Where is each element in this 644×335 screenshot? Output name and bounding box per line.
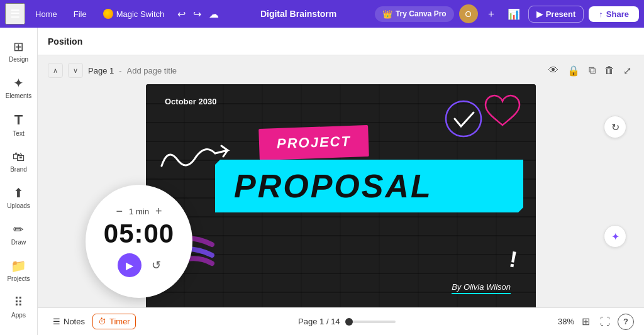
page-controls: ∧ ∨ Page 1 - 👁 🔒 ⧉ 🗑 ⤢ <box>48 63 634 78</box>
magic-orb-icon <box>103 9 113 19</box>
bottom-right-group: 38% ⊞ ⛶ ? <box>558 313 634 330</box>
bottom-center-group: Page 1 / 14 <box>136 317 558 326</box>
redo-button[interactable]: ↪ <box>190 5 204 23</box>
refresh-button[interactable]: ↻ <box>604 116 626 138</box>
share-label: Share <box>606 9 629 19</box>
try-canva-pro-button[interactable]: 👑 Try Canva Pro <box>375 6 454 22</box>
page-slider[interactable] <box>345 321 396 323</box>
add-collaborator-button[interactable]: ＋ <box>483 4 499 24</box>
panel-header: Position <box>38 28 644 55</box>
user-avatar[interactable]: O <box>459 4 478 23</box>
draw-icon: ✏ <box>13 222 24 237</box>
nav-center: Digital Brainstorm <box>226 9 371 19</box>
timer-clock-icon: ⏱ <box>98 317 106 326</box>
panel-title: Position <box>48 36 82 47</box>
magic-plus-button[interactable]: ✦ <box>604 225 626 248</box>
checkmark-decoration <box>445 100 482 138</box>
bottom-bar: ☰ Notes ⏱ Timer Page 1 / 14 38% ⊞ ⛶ ? <box>38 307 644 335</box>
design-label: Design <box>9 56 28 63</box>
lock-button[interactable]: 🔒 <box>565 63 582 78</box>
heart-decoration <box>482 94 523 131</box>
grid-view-button[interactable]: ⊞ <box>579 313 592 330</box>
present-button[interactable]: ▶ Present <box>528 6 584 23</box>
timer-increase-button[interactable]: + <box>155 206 162 217</box>
magic-switch-button[interactable]: Magic Switch <box>97 6 171 21</box>
timer-decrease-button[interactable]: − <box>116 206 123 217</box>
sidebar-item-text[interactable]: T Text <box>3 107 35 142</box>
help-button[interactable]: ? <box>618 314 634 330</box>
sidebar-item-design[interactable]: ⊞ Design <box>3 34 35 68</box>
slide-canvas-wrapper: October 2030 PROJECT PROPOSAL By Olivia … <box>48 84 634 307</box>
project-label-box: PROJECT <box>258 125 369 160</box>
copy-button[interactable]: ⧉ <box>586 63 598 78</box>
eye-button[interactable]: 👁 <box>546 63 561 78</box>
crown-icon: 👑 <box>382 9 392 19</box>
page-title-input[interactable] <box>127 66 233 75</box>
sidebar-item-brand[interactable]: 🛍 Brand <box>3 145 35 178</box>
magic-switch-label: Magic Switch <box>116 9 165 19</box>
left-sidebar: ⊞ Design ✦ Elements T Text 🛍 Brand ⬆ Upl… <box>0 28 38 335</box>
undo-redo-group: ↩ ↪ ☁ <box>174 5 222 23</box>
present-icon: ▶ <box>536 9 543 19</box>
sidebar-item-apps[interactable]: ⠿ Apps <box>3 290 35 324</box>
proposal-label-box: PROPOSAL <box>215 160 523 212</box>
apps-icon: ⠿ <box>14 295 23 310</box>
analytics-button[interactable]: 📊 <box>504 5 523 23</box>
home-button[interactable]: Home <box>29 7 64 21</box>
uploads-icon: ⬆ <box>13 185 24 200</box>
sidebar-item-uploads[interactable]: ⬆ Uploads <box>3 180 35 214</box>
timer-overlay: − 1 min + 05:00 ▶ ↺ <box>86 185 192 298</box>
notes-icon: ☰ <box>53 317 60 326</box>
page-nav-up-button[interactable]: ∧ <box>48 63 63 78</box>
page-info: Page 1 / 14 <box>298 317 340 326</box>
proposal-text: PROPOSAL <box>234 168 433 204</box>
timer-label: Timer <box>109 317 130 326</box>
notes-button[interactable]: ☰ Notes <box>48 314 90 329</box>
content-area: Position ∧ ∨ Page 1 - 👁 🔒 ⧉ 🗑 ⤢ <box>38 28 644 335</box>
timer-buttons: ▶ ↺ <box>118 253 161 277</box>
slide-area: ∧ ∨ Page 1 - 👁 🔒 ⧉ 🗑 ⤢ October 2 <box>38 55 644 307</box>
squiggle-arrow-decoration <box>155 141 231 178</box>
try-canva-label: Try Canva Pro <box>396 9 447 18</box>
page-nav-down-button[interactable]: ∨ <box>68 63 83 78</box>
sidebar-item-elements[interactable]: ✦ Elements <box>3 70 35 104</box>
uploads-label: Uploads <box>7 202 30 209</box>
delete-button[interactable]: 🗑 <box>602 63 617 78</box>
undo-button[interactable]: ↩ <box>174 5 189 23</box>
sidebar-item-projects[interactable]: 📁 Projects <box>3 253 35 287</box>
timer-button[interactable]: ⏱ Timer <box>92 314 136 329</box>
projects-icon: 📁 <box>11 258 26 273</box>
main-layout: ⊞ Design ✦ Elements T Text 🛍 Brand ⬆ Upl… <box>0 28 644 335</box>
project-text: PROJECT <box>277 133 352 151</box>
svg-point-0 <box>446 101 481 136</box>
share-button[interactable]: ↑ Share <box>589 6 639 22</box>
page-separator: - <box>119 66 121 75</box>
author-text: By Olivia Wilson <box>452 282 511 292</box>
timer-controls-top: − 1 min + <box>116 206 162 217</box>
timer-play-button[interactable]: ▶ <box>118 253 142 277</box>
timer-display: 05:00 <box>104 221 174 247</box>
expand-button[interactable]: ⤢ <box>621 63 634 78</box>
elements-icon: ✦ <box>13 75 24 91</box>
design-icon: ⊞ <box>13 39 24 54</box>
file-button[interactable]: File <box>67 7 93 21</box>
hamburger-menu-button[interactable]: ☰ <box>5 3 25 25</box>
timer-reset-button[interactable]: ↺ <box>152 258 161 272</box>
cloud-save-button[interactable]: ☁ <box>206 5 222 23</box>
share-icon: ↑ <box>599 9 603 19</box>
bottom-left-group: ☰ Notes ⏱ Timer <box>48 314 136 329</box>
slide-canvas[interactable]: October 2030 PROJECT PROPOSAL By Olivia … <box>146 84 536 307</box>
slide-date: October 2030 <box>165 97 216 106</box>
fullscreen-button[interactable]: ⛶ <box>597 314 613 330</box>
document-title[interactable]: Digital Brainstorm <box>260 9 336 19</box>
top-navigation: ☰ Home File Magic Switch ↩ ↪ ☁ Digital B… <box>0 0 644 28</box>
sidebar-item-draw[interactable]: ✏ Draw <box>3 217 35 251</box>
timer-duration: 1 min <box>129 207 149 216</box>
draw-label: Draw <box>11 239 26 246</box>
brand-icon: 🛍 <box>13 150 25 164</box>
text-label: Text <box>13 130 24 137</box>
brand-label: Brand <box>10 166 27 173</box>
present-label: Present <box>546 9 576 19</box>
nav-right-group: 👑 Try Canva Pro O ＋ 📊 ▶ Present ↑ Share <box>375 4 639 24</box>
page-label: Page 1 <box>88 66 114 75</box>
